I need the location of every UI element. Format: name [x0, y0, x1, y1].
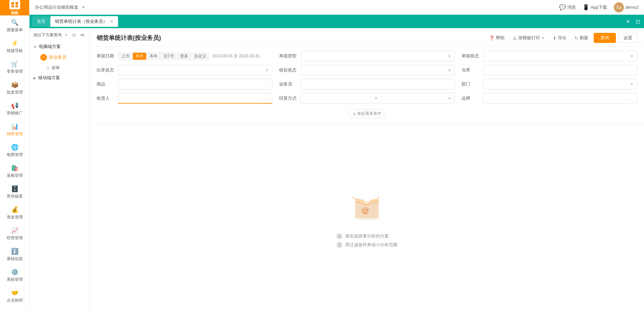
svg-text:✦: ✦ [352, 196, 355, 200]
outbound-label: 出库状态 [97, 67, 115, 73]
sidebar-item-ecommerce[interactable]: 🌐 电商管理 [0, 140, 29, 161]
right-panel: 销货单统计表(按业务员) ❓ 帮助 🖨 按模板打印 ▼ ⬇ 导出 [90, 28, 644, 310]
department-label: 部门 [462, 81, 480, 87]
payment-label: 收款状态 [279, 67, 298, 73]
salesperson-dots: ... [445, 82, 451, 87]
message-btn[interactable]: 💬 消息 [559, 4, 576, 10]
date-tab-this-year[interactable]: 本年 [147, 53, 160, 60]
tree-sub-by-order[interactable]: ⊙ 按单 [30, 63, 90, 73]
sidebar-item-operations[interactable]: 📈 经营管理 [0, 223, 29, 244]
empty-hint-2: 2 用过滤条件来缩小分析范围 [336, 242, 397, 248]
outbound-chevron-icon: ▼ [265, 68, 269, 72]
purchase-icon: 🛍️ [11, 164, 18, 172]
sidebar-item-marketing[interactable]: 📢 营销推广 [0, 99, 29, 119]
department-control[interactable]: ▼ [483, 79, 637, 90]
doc-status-control[interactable]: ▼ [483, 51, 637, 61]
scheme-tree: ▼ 电脑端方案 ☀ 按业务员 ⊙ 按单 ▶ 移动端 [30, 40, 90, 84]
sidebar-item-system[interactable]: ⚙️ 系统管理 [0, 265, 29, 286]
sidebar-item-new-guide[interactable]: 🎓 新手引导 [0, 307, 29, 310]
filter-warehouse: 仓库 ... [462, 65, 637, 75]
query-button[interactable]: 查询 [594, 33, 616, 43]
filter-product: 商品 ... [97, 79, 272, 90]
empty-hints: 1 请先选择要分析的方案 2 用过滤条件来缩小分析范围 [336, 233, 397, 248]
date-tab-this-month[interactable]: 本月 [133, 53, 146, 60]
by-sales-label: 按业务员 [49, 54, 66, 60]
sidebar-item-inventory[interactable]: 🗄️ 库存核算 [0, 182, 29, 203]
sidebar-item-retail[interactable]: 🛒 零售管理 [0, 57, 29, 78]
collapse-panel-btn[interactable]: ≪ [79, 32, 86, 38]
tree-child-by-sales[interactable]: ☀ 按业务员 [30, 52, 90, 63]
empty-illustration: ✦ ✦ [347, 187, 387, 228]
export-btn[interactable]: ⬇ 导出 [550, 34, 569, 42]
settlement-control[interactable]: ✕ ▼ [301, 93, 455, 104]
consignee-control[interactable]: ... [118, 93, 272, 104]
sidebar-item-finance[interactable]: 💰 资金管理 [0, 203, 29, 223]
sidebar-item-quick-nav[interactable]: ⚡ 快捷导航 [0, 36, 29, 57]
outbound-control[interactable]: ▼ [118, 65, 272, 75]
tree-arrow-right-icon: ▶ [34, 76, 36, 80]
date-tab-more[interactable]: 更多 [177, 53, 191, 60]
brand-dots: ... [628, 96, 634, 101]
date-tab-7days[interactable]: 近7天 [161, 53, 177, 60]
sidebar-item-purchase[interactable]: 🛍️ 采购管理 [0, 161, 29, 182]
help-btn[interactable]: ❓ 帮助 [486, 34, 507, 42]
app-download-btn[interactable]: 📱 App下载 [583, 4, 607, 10]
close-window-icon[interactable]: ✕ [625, 17, 632, 26]
tabbar-right: ✕ ⊡ [625, 17, 641, 26]
date-tab-custom[interactable]: 自定义 [192, 53, 209, 60]
sales-stat-tab-label: 销货单统计表（按业务员） [55, 18, 107, 24]
doc-status-chevron-icon: ▼ [630, 54, 634, 58]
date-tab-last-month[interactable]: 上月 [119, 53, 132, 60]
tree-mobile-scheme[interactable]: ▶ 移动端方案 [30, 73, 90, 83]
salesperson-control[interactable]: ... [301, 79, 455, 90]
filter-date: 单据日期 上月 本月 本年 近7天 更多 自定义 2023-03-01 至 20… [97, 52, 272, 60]
filter-row-4: 收货人 ... 结算方式 ✕ ▼ [97, 93, 637, 104]
tab-close-icon[interactable]: ✕ [110, 19, 113, 24]
settlement-chevron-icon: ▼ [448, 97, 451, 100]
mobile-scheme-label: 移动端方案 [38, 75, 60, 81]
template-print-btn[interactable]: 🖨 按模板打印 ▼ [510, 34, 547, 42]
sidebar-item-wholesale[interactable]: 📦 批发管理 [0, 78, 29, 99]
doc-type-control[interactable]: ▼ [301, 51, 455, 61]
print-dropdown-icon: ▼ [541, 36, 545, 40]
product-control[interactable]: ... [118, 79, 272, 90]
filter-salesperson: 业务员 ... [279, 79, 455, 90]
user-menu[interactable]: Ea demo2 [614, 2, 639, 12]
settlement-clear-icon[interactable]: ✕ [374, 96, 378, 101]
tree-pc-scheme[interactable]: ▼ 电脑端方案 [30, 42, 90, 52]
warehouse-control[interactable]: ... [483, 65, 637, 75]
page-header: 销货单统计表(按业务员) ❓ 帮助 🖨 按模板打印 ▼ ⬇ 导出 [90, 28, 644, 47]
home-tab-label: 首页 [37, 18, 46, 24]
brand-control[interactable]: ... [483, 93, 637, 104]
filter-payment: 收款状态 ▼ [279, 65, 455, 75]
payment-control[interactable]: ▼ [301, 65, 455, 75]
by-order-sub-icon: ⊙ [46, 66, 50, 70]
avatar: Ea [614, 2, 624, 12]
collapse-conditions-btn[interactable]: ∧ 收起更多条件 [348, 109, 386, 118]
date-label: 单据日期 [97, 53, 115, 59]
hint-1-num: 1 [336, 233, 342, 239]
operations-icon: 📈 [11, 227, 18, 234]
settings-button[interactable]: 设置 [619, 33, 637, 43]
enterprise-icon: 🤝 [11, 289, 18, 297]
add-scheme-btn[interactable]: + [63, 32, 69, 38]
refresh-btn[interactable]: ↻ 刷新 [572, 34, 591, 42]
warehouse-label: 仓库 [462, 67, 480, 73]
wholesale-icon: 📦 [11, 81, 18, 89]
sidebar-item-search[interactable]: 🔍 搜索菜单 [0, 15, 29, 36]
filter-outbound: 出库状态 ▼ [97, 65, 272, 75]
department-chevron-icon: ▼ [630, 83, 634, 86]
warehouse-dots: ... [628, 68, 634, 73]
quick-nav-icon: ⚡ [11, 40, 18, 47]
filter-row-2: 出库状态 ▼ 收款状态 ▼ [97, 65, 637, 75]
tab-home[interactable]: 首页 [32, 16, 50, 27]
tab-sales-stat[interactable]: 销货单统计表（按业务员） ✕ [50, 16, 118, 27]
sidebar-item-sales[interactable]: 📊 销售管理 [0, 119, 29, 140]
breadcrumb-arrow-icon[interactable]: ▼ [81, 5, 86, 10]
sidebar-item-basic[interactable]: ℹ️ 基础信息 [0, 244, 29, 265]
settings-scheme-btn[interactable]: ⊙ [71, 32, 77, 38]
system-icon: ⚙️ [11, 268, 18, 276]
sidebar-item-enterprise[interactable]: 🤝 企业协同 [0, 286, 29, 307]
doc-type-label: 单据类型 [279, 53, 298, 59]
expand-window-icon[interactable]: ⊡ [634, 17, 641, 26]
